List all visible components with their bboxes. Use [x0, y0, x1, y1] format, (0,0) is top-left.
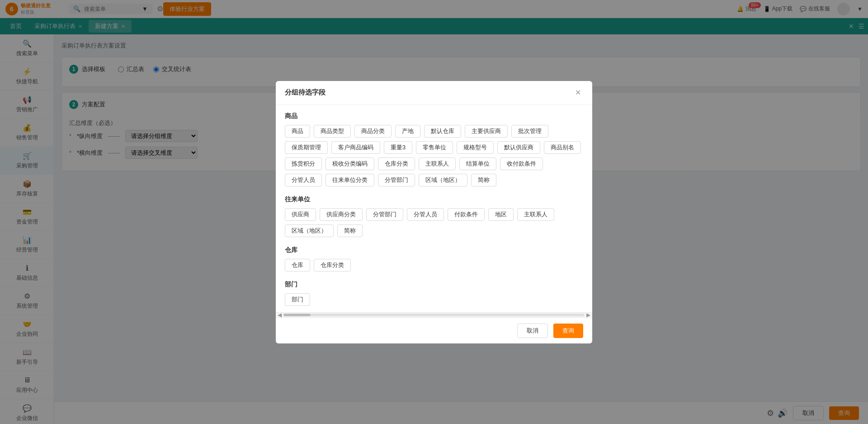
tag-warehouse-cat[interactable]: 仓库分类 — [314, 259, 351, 272]
tag-short-name-partner[interactable]: 简称 — [337, 224, 363, 237]
tag-product-alias[interactable]: 商品别名 — [544, 141, 581, 154]
tag-warehouse-category[interactable]: 仓库分类 — [378, 157, 415, 170]
tag-default-supplier[interactable]: 默认供应商 — [497, 141, 540, 154]
section-partner: 往来单位 供应商 供应商分类 分管部门 分管人员 付款条件 地区 主联系人 区域… — [285, 195, 583, 237]
section-dept: 部门 部门 — [285, 281, 583, 306]
tag-payment-terms[interactable]: 收付款条件 — [500, 157, 543, 170]
tag-tax-code[interactable]: 税收分类编码 — [326, 157, 374, 170]
tag-customer-code[interactable]: 客户商品编码 — [331, 141, 380, 154]
tag-settlement-unit[interactable]: 结算单位 — [459, 157, 496, 170]
tag-area[interactable]: 地区 — [488, 208, 514, 221]
tag-product-category[interactable]: 商品分类 — [354, 125, 392, 138]
tag-origin[interactable]: 产地 — [395, 125, 420, 138]
tag-main-contact[interactable]: 主联系人 — [419, 157, 456, 170]
tag-partner-category[interactable]: 往来单位分类 — [326, 174, 374, 186]
tag-product[interactable]: 商品 — [285, 125, 310, 138]
section-product-title: 商品 — [285, 112, 583, 120]
tag-spec-model[interactable]: 规格型号 — [457, 141, 494, 154]
tag-main-supplier[interactable]: 主要供应商 — [465, 125, 508, 138]
tag-supplier[interactable]: 供应商 — [285, 208, 316, 221]
tag-short-name-product[interactable]: 简称 — [471, 174, 496, 186]
tag-mgmt-dept[interactable]: 分管部门 — [378, 174, 415, 186]
tag-pick-points[interactable]: 拣货积分 — [285, 157, 322, 170]
section-partner-title: 往来单位 — [285, 195, 583, 204]
modal-header: 分组待选字段 ✕ — [276, 81, 592, 105]
tag-region-partner[interactable]: 区域（地区） — [285, 224, 334, 237]
product-tags: 商品 商品类型 商品分类 产地 默认仓库 主要供应商 批次管理 保质期管理 客户… — [285, 125, 583, 186]
tag-product-type[interactable]: 商品类型 — [314, 125, 351, 138]
modal-close-button[interactable]: ✕ — [572, 87, 583, 98]
tag-main-contact2[interactable]: 主联系人 — [517, 208, 554, 221]
modal-dialog: 分组待选字段 ✕ 商品 商品 商品类型 商品分类 产地 默认仓库 主要供应商 批… — [276, 81, 592, 343]
tag-dept[interactable]: 部门 — [285, 293, 310, 306]
tag-mgmt-dept2[interactable]: 分管部门 — [366, 208, 403, 221]
tag-warehouse[interactable]: 仓库 — [285, 259, 310, 272]
modal-cancel-button[interactable]: 取消 — [517, 324, 548, 338]
modal-overlay: 分组待选字段 ✕ 商品 商品 商品类型 商品分类 产地 默认仓库 主要供应商 批… — [0, 0, 868, 424]
modal-footer: 取消 查询 — [276, 318, 592, 343]
tag-region-product[interactable]: 区域（地区） — [419, 174, 467, 186]
modal-body: 商品 商品 商品类型 商品分类 产地 默认仓库 主要供应商 批次管理 保质期管理… — [276, 105, 592, 312]
tag-default-warehouse[interactable]: 默认仓库 — [424, 125, 461, 138]
tag-payment-condition[interactable]: 付款条件 — [448, 208, 485, 221]
tag-supplier-category[interactable]: 供应商分类 — [320, 208, 363, 221]
hscroll-track — [283, 314, 585, 316]
section-dept-title: 部门 — [285, 281, 583, 289]
partner-tags: 供应商 供应商分类 分管部门 分管人员 付款条件 地区 主联系人 区域（地区） … — [285, 208, 583, 237]
section-warehouse-title: 仓库 — [285, 246, 583, 254]
tag-retail-unit[interactable]: 零售单位 — [416, 141, 453, 154]
tag-batch-mgmt[interactable]: 批次管理 — [511, 125, 548, 138]
tag-supervisor[interactable]: 分管人员 — [285, 174, 322, 186]
tag-supervisor2[interactable]: 分管人员 — [407, 208, 444, 221]
hscroll-thumb[interactable] — [283, 314, 311, 316]
warehouse-tags: 仓库 仓库分类 — [285, 259, 583, 272]
modal-hscrollbar[interactable]: ◀ ▶ — [276, 312, 592, 318]
section-product: 商品 商品 商品类型 商品分类 产地 默认仓库 主要供应商 批次管理 保质期管理… — [285, 112, 583, 186]
section-warehouse: 仓库 仓库 仓库分类 — [285, 246, 583, 272]
modal-confirm-button[interactable]: 查询 — [553, 324, 583, 338]
dept-tags: 部门 — [285, 293, 583, 306]
tag-weight[interactable]: 重量3 — [384, 141, 412, 154]
tag-shelf-life[interactable]: 保质期管理 — [285, 141, 328, 154]
modal-title: 分组待选字段 — [285, 88, 326, 97]
